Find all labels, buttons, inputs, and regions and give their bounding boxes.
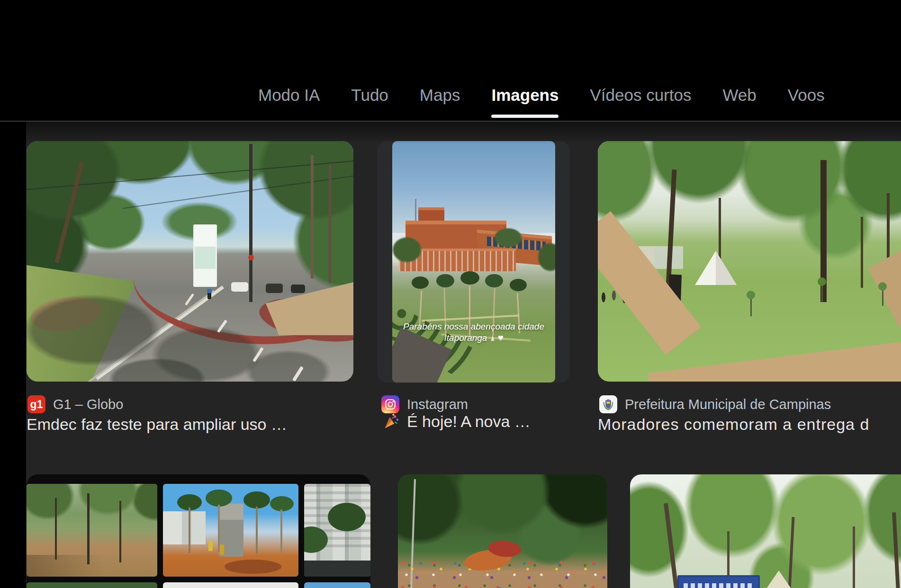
sapling-leaves — [747, 291, 755, 299]
palm-head — [485, 274, 503, 287]
palm-trunk — [55, 498, 57, 560]
image-result-park-blue-sign[interactable] — [630, 474, 901, 588]
tab-videos-curtos[interactable]: Vídeos curtos — [590, 85, 691, 118]
overlay-line2: Itaporanga — [392, 332, 555, 344]
result-source-row[interactable]: Instagram — [381, 395, 468, 413]
image-result-campinas-park[interactable] — [598, 141, 901, 382]
image-result-park-collage[interactable] — [27, 474, 370, 588]
header-divider — [0, 121, 901, 122]
dirt-mound — [225, 560, 281, 574]
source-name: Instagram — [407, 397, 468, 412]
blue-sign — [677, 575, 760, 588]
sapling — [882, 289, 883, 306]
tab-modo-ia[interactable]: Modo IA — [258, 85, 320, 118]
palm-trunk — [280, 509, 282, 553]
result-source-row[interactable]: g1 G1 – Globo — [27, 395, 123, 413]
image-result-emdec-street[interactable] — [27, 141, 353, 382]
instagram-camera-icon — [384, 398, 396, 410]
sapling — [750, 297, 752, 316]
result-source-row[interactable]: Prefeitura Municipal de Campinas — [599, 395, 831, 413]
caption-text: É hoje! A nova … — [407, 412, 531, 431]
sapling-leaves — [818, 277, 826, 286]
caption-text: Moradores comemoram a entrega d — [598, 415, 869, 434]
tree-trunk — [853, 526, 855, 588]
image-result-carnival-crowd[interactable] — [398, 474, 607, 588]
palm-trunk — [87, 493, 90, 564]
white-heart-icon — [498, 335, 503, 340]
tree-cluster — [392, 228, 432, 272]
overlay-line2-text: Itaporanga — [444, 332, 487, 344]
parked-car-dark — [291, 285, 305, 293]
palm-head — [243, 491, 270, 508]
palm-trunk — [119, 501, 121, 562]
tab-voos[interactable]: Voos — [788, 85, 825, 118]
park-tent — [766, 570, 791, 588]
search-header: Modo IA Tudo Maps Imagens Vídeos curtos … — [0, 0, 901, 122]
tree-cluster — [529, 233, 555, 281]
collage-sliver — [163, 582, 298, 588]
worker-figure — [208, 541, 213, 551]
search-tabs: Modo IA Tudo Maps Imagens Vídeos curtos … — [258, 85, 825, 118]
palm-head — [510, 279, 527, 291]
palm-head — [460, 271, 479, 285]
tree-trunk — [861, 217, 863, 288]
campinas-crest-favicon — [599, 395, 617, 413]
g1-favicon: g1 — [27, 395, 45, 413]
collage-tile-monument — [163, 484, 298, 577]
aerial-photo: Parabéns nossa abençoada cidade Itaporan… — [392, 141, 555, 383]
overlay-line1: Parabéns nossa abençoada cidade — [392, 321, 555, 332]
google-images-page: Modo IA Tudo Maps Imagens Vídeos curtos … — [0, 0, 901, 588]
party-popper-emoji — [382, 413, 400, 431]
tree-shadows — [27, 259, 353, 382]
result-caption[interactable]: Emdec faz teste para ampliar uso … — [27, 415, 352, 434]
street-photo — [27, 141, 353, 382]
tree-cluster — [484, 221, 532, 254]
g1-logo-text: g1 — [30, 399, 43, 410]
path-shadow — [27, 555, 157, 577]
sign-text-band — [684, 583, 752, 588]
result-caption[interactable]: É hoje! A nova … — [382, 412, 581, 431]
sapling — [821, 284, 823, 302]
white-buildings — [163, 511, 206, 544]
collage-sliver — [27, 582, 157, 588]
collage-sliver — [304, 582, 370, 588]
palm-head — [206, 490, 232, 507]
collage-canopy — [27, 484, 157, 536]
instagram-favicon — [381, 395, 399, 413]
coat-of-arms-icon — [602, 398, 615, 411]
palm-head — [436, 274, 454, 287]
street-level — [304, 561, 370, 577]
praying-hands-icon — [490, 335, 495, 341]
result-caption[interactable]: Moradores comemoram a entrega d — [598, 415, 901, 434]
tab-maps[interactable]: Maps — [420, 85, 460, 118]
image-result-itaporanga-aerial[interactable]: Parabéns nossa abençoada cidade Itaporan… — [378, 141, 570, 383]
tab-web[interactable]: Web — [722, 85, 756, 118]
park-photo — [598, 141, 901, 382]
palm-trunk — [256, 507, 258, 554]
palm-trunk — [189, 508, 190, 553]
palm-fronds — [328, 503, 366, 531]
image-results-grid: Parabéns nossa abençoada cidade Itaporan… — [26, 122, 901, 588]
parked-car-dark — [266, 284, 283, 293]
sapling-leaves — [878, 282, 887, 291]
source-name: Prefeitura Municipal de Campinas — [625, 397, 831, 412]
palm-head — [412, 276, 429, 289]
collage-tile-park — [27, 484, 157, 577]
collage-tile-buildings — [304, 484, 370, 577]
cyclist-shirt — [207, 289, 212, 293]
photo-overlay-text: Parabéns nossa abençoada cidade Itaporan… — [392, 321, 555, 344]
parked-car-white — [231, 282, 248, 292]
antenna-tower — [415, 199, 416, 222]
source-name: G1 – Globo — [53, 397, 123, 412]
tab-imagens[interactable]: Imagens — [491, 85, 559, 118]
tab-tudo[interactable]: Tudo — [351, 85, 388, 118]
event-tent-shade — [716, 251, 737, 285]
caption-text: Emdec faz teste para ampliar uso … — [27, 415, 287, 434]
worker-figure — [220, 544, 224, 555]
